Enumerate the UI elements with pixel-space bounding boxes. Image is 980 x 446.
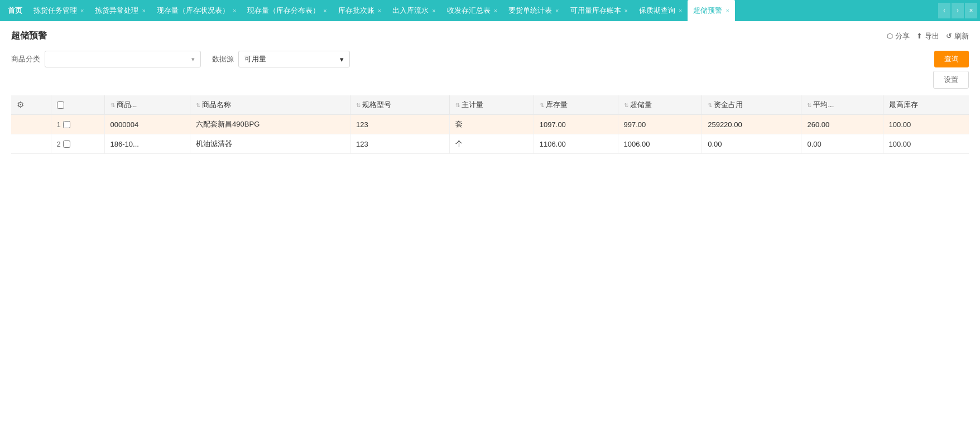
col-unit-sort-icon[interactable]: ⇅ xyxy=(455,102,460,108)
nav-stock-dist[interactable]: 现存量（库存分布表） × xyxy=(242,0,332,21)
table-row: 1 0000004 六配套新昌490BPG 123 套 1097.00 997.… xyxy=(11,115,969,134)
row-number: 2 xyxy=(57,140,61,148)
col-code: ⇅ 商品... xyxy=(104,95,190,115)
col-unit: ⇅ 主计量 xyxy=(450,95,534,115)
nav-close-overstock[interactable]: × xyxy=(726,7,729,14)
nav-next-arrow[interactable]: › xyxy=(952,3,964,18)
nav-close-order-stat[interactable]: × xyxy=(555,7,559,14)
export-icon: ⬆ xyxy=(916,32,923,40)
col-avg-sort-icon[interactable]: ⇅ xyxy=(807,102,811,108)
nav-close-arrow[interactable]: × xyxy=(965,3,977,18)
nav-close-pick-task[interactable]: × xyxy=(80,7,84,14)
datasource-select[interactable]: 可用量 ▾ xyxy=(238,51,350,67)
row-name: 六配套新昌490BPG xyxy=(190,115,350,134)
row-num-checkbox-cell: 2 xyxy=(51,134,104,154)
row-checkbox[interactable] xyxy=(63,121,70,128)
nav-stock-status[interactable]: 现存量（库存状况表） × xyxy=(151,0,242,21)
row-settings-cell xyxy=(11,134,51,154)
data-table: ⚙ ⇅ 商品... ⇅ 商品名称 xyxy=(11,95,969,154)
row-num-checkbox-cell: 1 xyxy=(51,115,104,134)
row-name: 机油滤清器 xyxy=(190,134,350,154)
nav-close-batch-ledger[interactable]: × xyxy=(378,7,381,14)
row-spec: 123 xyxy=(350,115,449,134)
row-stock: 1097.00 xyxy=(534,115,618,134)
share-icon: ⬡ xyxy=(887,32,893,40)
nav-summary[interactable]: 收发存汇总表 × xyxy=(441,0,503,21)
main-content: 超储预警 ⬡ 分享 ⬆ 导出 ↺ 刷新 商品分类 ▾ 数据源 xyxy=(0,21,980,446)
nav-close-expiry[interactable]: × xyxy=(679,7,682,14)
nav-close-inout-flow[interactable]: × xyxy=(432,7,435,14)
nav-prev-arrow[interactable]: ‹ xyxy=(938,3,950,18)
top-nav: 首页 拣货任务管理 × 拣货异常处理 × 现存量（库存状况表） × 现存量（库存… xyxy=(0,0,980,21)
col-capital-sort-icon[interactable]: ⇅ xyxy=(708,102,712,108)
row-checkbox[interactable] xyxy=(63,140,70,148)
col-overstock-sort-icon[interactable]: ⇅ xyxy=(624,102,628,108)
column-settings-icon[interactable]: ⚙ xyxy=(17,100,24,110)
row-stock: 1106.00 xyxy=(534,134,618,154)
nav-close-summary[interactable]: × xyxy=(494,7,497,14)
refresh-icon: ↺ xyxy=(946,32,952,40)
share-label: 分享 xyxy=(895,31,910,41)
nav-close-available-ledger[interactable]: × xyxy=(624,7,628,14)
nav-close-pick-exception[interactable]: × xyxy=(142,7,145,14)
row-number: 1 xyxy=(57,120,61,129)
query-button[interactable]: 查询 xyxy=(934,51,969,67)
nav-home[interactable]: 首页 xyxy=(2,0,28,21)
row-capital: 259220.00 xyxy=(702,115,801,134)
nav-pick-task[interactable]: 拣货任务管理 × xyxy=(28,0,89,21)
datasource-filter: 数据源 可用量 ▾ xyxy=(212,51,350,67)
row-overstock: 1006.00 xyxy=(618,134,702,154)
nav-close-stock-status[interactable]: × xyxy=(233,7,236,14)
col-stock-sort-icon[interactable]: ⇅ xyxy=(540,102,544,108)
page-header: 超储预警 ⬡ 分享 ⬆ 导出 ↺ 刷新 xyxy=(11,30,969,42)
filter-buttons: 查询 设置 xyxy=(933,51,969,89)
row-unit: 套 xyxy=(450,115,534,134)
share-action[interactable]: ⬡ 分享 xyxy=(887,31,910,41)
row-avg: 0.00 xyxy=(801,134,883,154)
col-name-sort-icon[interactable]: ⇅ xyxy=(196,102,200,108)
refresh-action[interactable]: ↺ 刷新 xyxy=(946,31,969,41)
nav-close-stock-dist[interactable]: × xyxy=(323,7,326,14)
refresh-label: 刷新 xyxy=(954,31,969,41)
nav-pick-exception[interactable]: 拣货异常处理 × xyxy=(89,0,151,21)
row-unit: 个 xyxy=(450,134,534,154)
category-label: 商品分类 xyxy=(11,54,40,64)
nav-arrows: ‹ › × xyxy=(938,3,978,18)
col-max-stock: 最高库存 xyxy=(883,95,969,115)
nav-batch-ledger[interactable]: 库存批次账 × xyxy=(333,0,387,21)
nav-inout-flow[interactable]: 出入库流水 × xyxy=(387,0,441,21)
export-action[interactable]: ⬆ 导出 xyxy=(916,31,939,41)
nav-available-ledger[interactable]: 可用量库存账本 × xyxy=(565,0,633,21)
header-actions: ⬡ 分享 ⬆ 导出 ↺ 刷新 xyxy=(887,31,969,41)
settings-button[interactable]: 设置 xyxy=(933,71,969,89)
select-all-checkbox[interactable] xyxy=(57,101,64,109)
row-avg: 260.00 xyxy=(801,115,883,134)
row-max-stock: 100.00 xyxy=(883,115,969,134)
row-settings-cell xyxy=(11,115,51,134)
col-spec: ⇅ 规格型号 xyxy=(350,95,449,115)
row-overstock: 997.00 xyxy=(618,115,702,134)
export-label: 导出 xyxy=(925,31,939,41)
page-title: 超储预警 xyxy=(11,30,47,42)
col-checkbox xyxy=(51,95,104,115)
category-select[interactable]: ▾ xyxy=(45,51,201,67)
row-spec: 123 xyxy=(350,134,449,154)
datasource-label: 数据源 xyxy=(212,54,234,64)
row-max-stock: 100.00 xyxy=(883,134,969,154)
col-avg: ⇅ 平均... xyxy=(801,95,883,115)
nav-expiry[interactable]: 保质期查询 × xyxy=(633,0,688,21)
datasource-chevron-icon: ▾ xyxy=(340,55,344,64)
col-code-sort-icon[interactable]: ⇅ xyxy=(111,102,115,108)
row-code: 0000004 xyxy=(104,115,190,134)
col-capital: ⇅ 资金占用 xyxy=(702,95,801,115)
table-row: 2 186-10... 机油滤清器 123 个 1106.00 1006.00 … xyxy=(11,134,969,154)
nav-overstock[interactable]: 超储预警 × xyxy=(688,0,734,21)
col-name: ⇅ 商品名称 xyxy=(190,95,350,115)
category-chevron-icon: ▾ xyxy=(191,56,195,63)
col-settings: ⚙ xyxy=(11,95,51,115)
table-header-row: ⚙ ⇅ 商品... ⇅ 商品名称 xyxy=(11,95,969,115)
nav-order-stat[interactable]: 要货单统计表 × xyxy=(503,0,564,21)
row-code: 186-10... xyxy=(104,134,190,154)
row-capital: 0.00 xyxy=(702,134,801,154)
col-spec-sort-icon[interactable]: ⇅ xyxy=(356,102,361,108)
